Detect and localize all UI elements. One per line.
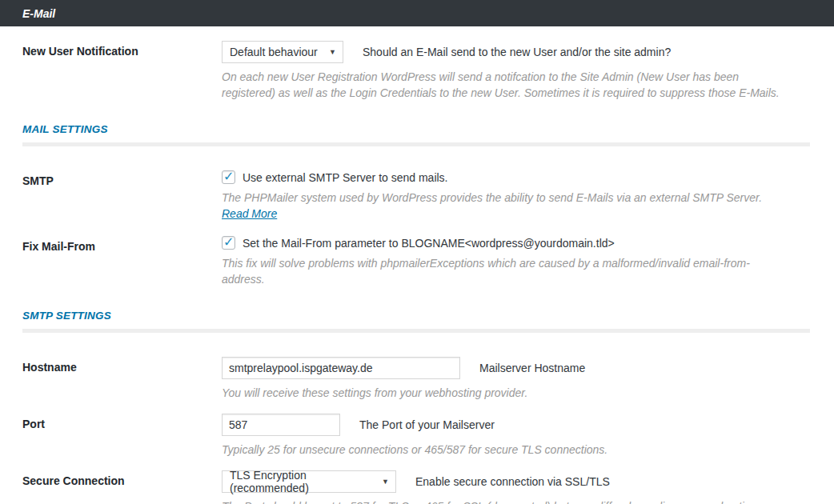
fix-mail-from-checkbox[interactable] <box>222 236 235 250</box>
row-new-user-notification: New User Notification Default behaviour … <box>22 41 810 101</box>
port-input[interactable] <box>222 414 340 436</box>
section-mail-settings: MAIL SETTINGS <box>22 123 810 146</box>
hostname-label: Hostname <box>22 357 222 374</box>
new-user-notification-description: On each new User Registration WordPress … <box>222 69 790 101</box>
port-help: The Port of your Mailserver <box>359 418 495 431</box>
hostname-description: You will receive these settings from you… <box>222 385 790 401</box>
page-title: E-Mail <box>22 7 55 20</box>
smtp-enabled-checkbox[interactable] <box>222 170 235 184</box>
chevron-down-icon: ▼ <box>382 478 389 486</box>
secure-connection-description: The Port should be set to 587 for TLS or… <box>222 498 790 504</box>
select-value: TLS Encryption (recommended) <box>230 469 374 494</box>
secure-connection-select[interactable]: TLS Encryption (recommended) ▼ <box>222 470 396 493</box>
new-user-notification-select[interactable]: Default behaviour ▼ <box>222 41 343 63</box>
smtp-description: The PHPMailer system used by WordPress p… <box>222 190 790 222</box>
read-more-link[interactable]: Read More <box>222 207 277 220</box>
section-smtp-settings: SMTP SETTINGS <box>22 310 810 333</box>
row-secure-connection: Secure Connection TLS Encryption (recomm… <box>22 470 810 504</box>
chevron-down-icon: ▼ <box>329 48 336 56</box>
row-port: Port The Port of your Mailserver Typical… <box>22 414 810 458</box>
mail-settings-heading: MAIL SETTINGS <box>22 123 810 135</box>
smtp-label: SMTP <box>22 170 222 187</box>
port-label: Port <box>22 414 222 430</box>
fix-mail-from-label: Fix Mail-From <box>22 236 222 253</box>
new-user-notification-label: New User Notification <box>22 41 222 58</box>
fix-mail-from-description: This fix will solve problems with phpmai… <box>222 255 790 287</box>
section-divider <box>22 329 810 333</box>
hostname-input[interactable] <box>222 357 460 379</box>
smtp-checkbox-label: Use external SMTP Server to send mails. <box>243 171 448 184</box>
new-user-notification-help: Should an E-Mail send to the new User an… <box>363 46 671 58</box>
secure-connection-label: Secure Connection <box>22 470 222 487</box>
port-description: Typically 25 for unsecure connections or… <box>222 442 790 458</box>
row-hostname: Hostname Mailserver Hostname You will re… <box>22 357 810 401</box>
email-settings-page: E-Mail New User Notification Default beh… <box>0 0 834 504</box>
secure-connection-help: Enable secure connection via SSL/TLS <box>415 475 610 488</box>
select-value: Default behaviour <box>230 46 318 58</box>
section-titlebar: E-Mail <box>0 0 834 26</box>
fix-mail-from-checkbox-label: Set the Mail-From parameter to BLOGNAME<… <box>243 237 615 250</box>
row-smtp: SMTP Use external SMTP Server to send ma… <box>22 170 810 222</box>
section-divider <box>22 142 810 146</box>
hostname-help: Mailserver Hostname <box>479 362 585 374</box>
row-fix-mail-from: Fix Mail-From Set the Mail-From paramete… <box>22 236 810 287</box>
smtp-settings-heading: SMTP SETTINGS <box>22 310 810 322</box>
settings-form: New User Notification Default behaviour … <box>0 26 834 504</box>
